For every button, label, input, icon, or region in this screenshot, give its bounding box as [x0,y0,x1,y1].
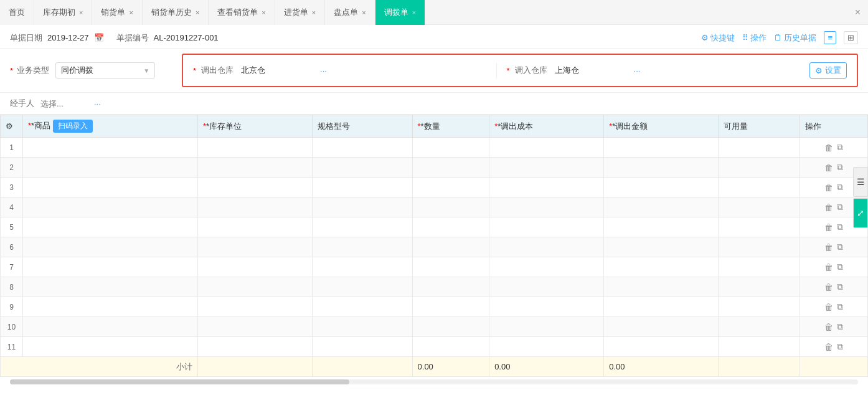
calendar-icon[interactable]: 📅 [94,33,104,42]
delete-icon[interactable]: 🗑 [824,342,833,352]
scrollbar-track[interactable] [10,379,858,384]
cell-product[interactable] [23,198,198,217]
cell-amount[interactable] [604,158,719,178]
cell-qty[interactable] [412,138,489,158]
cell-amount[interactable] [604,217,719,237]
delete-icon[interactable]: 🗑 [824,282,833,292]
cell-qty[interactable] [412,198,489,217]
cell-unit[interactable] [197,257,312,277]
business-type-select[interactable]: 同价调拨 ▼ [55,62,155,79]
cell-amount[interactable] [604,257,719,277]
cell-cost[interactable] [489,237,604,257]
cell-unit[interactable] [197,237,312,257]
cell-qty[interactable] [412,178,489,198]
cell-qty[interactable] [412,217,489,237]
cell-product[interactable] [23,178,198,198]
copy-icon[interactable]: ⧉ [837,262,843,272]
cell-cost[interactable] [489,317,604,337]
copy-icon[interactable]: ⧉ [837,302,843,312]
cell-product[interactable] [23,237,198,257]
cell-amount[interactable] [604,178,719,198]
cell-unit[interactable] [197,297,312,317]
tab-close-icon[interactable]: × [129,9,133,16]
cell-product[interactable] [23,297,198,317]
cell-cost[interactable] [489,257,604,277]
cell-unit[interactable] [197,337,312,357]
cell-amount[interactable] [604,198,719,217]
delete-icon[interactable]: 🗑 [824,262,833,272]
cell-amount[interactable] [604,317,719,337]
sidebar-expand-icon[interactable]: ⤢ [853,198,868,228]
cell-product[interactable] [23,257,198,277]
scan-btn[interactable]: 扫码录入 [53,120,93,133]
copy-icon[interactable]: ⧉ [837,182,843,193]
delete-icon[interactable]: 🗑 [824,302,833,312]
cell-cost[interactable] [489,158,604,178]
shortcut-btn[interactable]: ⚙ 快捷键 [701,32,735,44]
delete-icon[interactable]: 🗑 [824,202,833,212]
cell-spec[interactable] [313,217,413,237]
settings-button[interactable]: ⚙ 设置 [809,62,847,79]
delete-icon[interactable]: 🗑 [824,143,833,153]
cell-available[interactable] [719,277,800,297]
tab-purchase-order[interactable]: 进货单 × [275,0,325,25]
cell-product[interactable] [23,337,198,357]
cell-cost[interactable] [489,277,604,297]
cell-product[interactable] [23,138,198,158]
cell-unit[interactable] [197,138,312,158]
tab-inventory-init[interactable]: 库存期初 × [34,0,92,25]
cell-available[interactable] [719,158,800,178]
cell-available[interactable] [719,178,800,198]
cell-qty[interactable] [412,277,489,297]
tab-view-sales[interactable]: 查看销货单 × [209,0,275,25]
cell-qty[interactable] [412,317,489,337]
warehouse-in-more-icon[interactable]: ··· [634,66,641,75]
cell-cost[interactable] [489,198,604,217]
cell-available[interactable] [719,297,800,317]
copy-icon[interactable]: ⧉ [837,321,843,332]
cell-amount[interactable] [604,337,719,357]
cell-unit[interactable] [197,178,312,198]
copy-icon[interactable]: ⧉ [837,282,843,292]
tab-transfer[interactable]: 调拨单 × [375,0,425,25]
cell-product[interactable] [23,217,198,237]
tab-home[interactable]: 首页 [0,0,34,25]
cell-available[interactable] [719,237,800,257]
cell-cost[interactable] [489,297,604,317]
history-btn[interactable]: 🗒 历史单据 [774,32,816,44]
cell-amount[interactable] [604,297,719,317]
cell-spec[interactable] [313,198,413,217]
cell-amount[interactable] [604,237,719,257]
tab-stocktake[interactable]: 盘点单 × [325,0,375,25]
tab-close-icon[interactable]: × [262,9,265,16]
cell-unit[interactable] [197,317,312,337]
cell-product[interactable] [23,158,198,178]
delete-icon[interactable]: 🗑 [824,242,833,252]
copy-icon[interactable]: ⧉ [837,202,843,212]
copy-icon[interactable]: ⧉ [837,162,843,173]
copy-icon[interactable]: ⧉ [837,222,843,232]
delete-icon[interactable]: 🗑 [824,183,833,193]
cell-spec[interactable] [313,297,413,317]
cell-qty[interactable] [412,237,489,257]
cell-product[interactable] [23,317,198,337]
grid-view-btn[interactable]: ⊞ [844,31,858,44]
cell-spec[interactable] [313,317,413,337]
tab-close-icon-active[interactable]: × [412,9,416,16]
cell-spec[interactable] [313,237,413,257]
cell-spec[interactable] [313,337,413,357]
scrollbar-thumb[interactable] [10,379,349,384]
cell-qty[interactable] [412,257,489,277]
person-input[interactable] [40,99,90,108]
cell-spec[interactable] [313,178,413,198]
cell-spec[interactable] [313,138,413,158]
cell-available[interactable] [719,217,800,237]
cell-available[interactable] [719,257,800,277]
cell-spec[interactable] [313,277,413,297]
cell-amount[interactable] [604,138,719,158]
tab-close-icon[interactable]: × [312,9,316,16]
cell-unit[interactable] [197,217,312,237]
person-more-icon[interactable]: ··· [94,99,101,108]
cell-available[interactable] [719,198,800,217]
copy-icon[interactable]: ⧉ [837,142,843,153]
